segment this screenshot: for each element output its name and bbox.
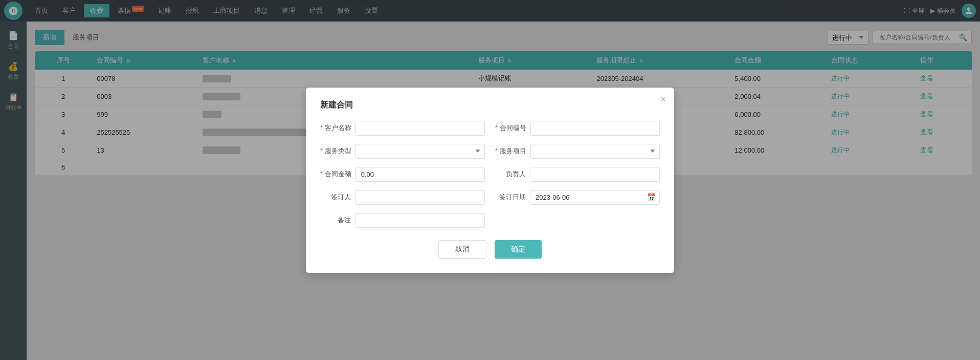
- new-contract-modal: 新建合同 × 客户名称 合同编号 服务类型: [306, 88, 674, 273]
- notes-input[interactable]: [355, 213, 485, 228]
- field-person-in-charge: 负责人: [495, 167, 660, 182]
- amount-input[interactable]: [355, 167, 485, 182]
- notes-label: 备注: [320, 216, 351, 225]
- field-service-type: 服务类型: [320, 144, 485, 159]
- service-item-label: 服务项目: [495, 146, 526, 156]
- field-amount: 合同金额: [320, 167, 485, 182]
- customer-name-input[interactable]: [355, 121, 485, 136]
- close-button[interactable]: ×: [660, 95, 666, 104]
- field-signer: 签订人: [320, 190, 485, 205]
- cancel-button[interactable]: 取消: [438, 240, 486, 259]
- service-item-select[interactable]: [530, 144, 660, 159]
- contract-no-label: 合同编号: [495, 123, 526, 133]
- sign-date-label: 签订日期: [495, 193, 526, 202]
- service-type-label: 服务类型: [320, 146, 351, 156]
- form-row-2: 服务类型 服务项目: [320, 144, 660, 159]
- signer-input[interactable]: [355, 190, 485, 205]
- modal-title: 新建合同: [320, 100, 660, 111]
- sign-date-input[interactable]: [530, 190, 660, 205]
- modal-footer: 取消 确定: [320, 240, 660, 259]
- modal-overlay: 新建合同 × 客户名称 合同编号 服务类型: [0, 0, 980, 360]
- form-row-4: 签订人 签订日期 📅: [320, 190, 660, 205]
- form-row-3: 合同金额 负责人: [320, 167, 660, 182]
- service-item-select-wrap: [530, 144, 660, 159]
- service-type-select-wrap: [355, 144, 485, 159]
- field-sign-date: 签订日期 📅: [495, 190, 660, 205]
- field-notes: 备注: [320, 213, 485, 228]
- contract-no-input[interactable]: [530, 121, 660, 136]
- field-service-item: 服务项目: [495, 144, 660, 159]
- form-row-1: 客户名称 合同编号: [320, 121, 660, 136]
- customer-name-label: 客户名称: [320, 123, 351, 133]
- service-type-select[interactable]: [355, 144, 485, 159]
- form-row-5: 备注: [320, 213, 660, 228]
- date-input-wrap: 📅: [530, 190, 660, 205]
- confirm-button[interactable]: 确定: [495, 240, 542, 259]
- person-in-charge-label: 负责人: [495, 170, 526, 179]
- signer-label: 签订人: [320, 193, 351, 202]
- person-in-charge-input[interactable]: [530, 167, 660, 182]
- field-contract-no: 合同编号: [495, 121, 660, 136]
- amount-label: 合同金额: [320, 170, 351, 179]
- field-customer-name: 客户名称: [320, 121, 485, 136]
